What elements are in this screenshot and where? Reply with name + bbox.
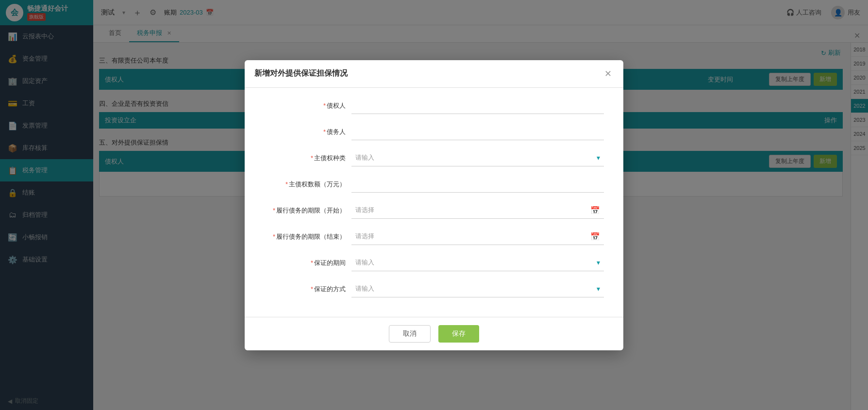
form-row-creditor: *债权人 — [264, 98, 604, 114]
chevron-down-icon: ▾ — [597, 154, 600, 162]
modal-close-icon[interactable]: ✕ — [602, 68, 614, 80]
required-marker: * — [323, 128, 326, 135]
form-row-claim-amount: *主债权数额（万元） — [264, 176, 604, 193]
claim-amount-input[interactable] — [351, 176, 604, 193]
chevron-down-icon: ▾ — [597, 285, 600, 293]
required-marker: * — [311, 259, 313, 266]
debtor-label: *债务人 — [264, 128, 351, 136]
guarantee-period-placeholder: 请输入 — [355, 258, 374, 267]
modal-overlay: 新增对外提供保证担保情况 ✕ *债权人 *债务人 *主债权种类 — [0, 0, 868, 410]
guarantee-period-select[interactable]: 请输入 ▾ — [351, 255, 604, 271]
modal-footer: 取消 保存 — [245, 317, 623, 350]
guarantee-method-placeholder: 请输入 — [355, 284, 374, 293]
required-marker: * — [273, 207, 275, 214]
claim-type-select[interactable]: 请输入 ▾ — [351, 150, 604, 166]
form-row-period-start: *履行债务的期限（开始） 请选择 📅 — [264, 202, 604, 219]
claim-amount-label: *主债权数额（万元） — [264, 180, 351, 189]
modal-title: 新增对外提供保证担保情况 — [254, 68, 348, 79]
required-marker: * — [285, 180, 288, 188]
form-row-period-end: *履行债务的期限（结束） 请选择 📅 — [264, 229, 604, 245]
claim-type-placeholder: 请输入 — [355, 153, 374, 162]
period-start-label: *履行债务的期限（开始） — [264, 206, 351, 215]
form-row-guarantee-period: *保证的期间 请输入 ▾ — [264, 255, 604, 271]
guarantee-method-label: *保证的方式 — [264, 285, 351, 294]
guarantee-period-label: *保证的期间 — [264, 259, 351, 267]
calendar-start-icon: 📅 — [590, 206, 600, 215]
creditor-input[interactable] — [351, 98, 604, 114]
cancel-button[interactable]: 取消 — [389, 325, 431, 343]
claim-type-label: *主债权种类 — [264, 154, 351, 163]
debtor-input[interactable] — [351, 124, 604, 140]
period-end-picker[interactable]: 请选择 📅 — [351, 229, 604, 245]
period-end-placeholder: 请选择 — [355, 232, 374, 241]
period-start-placeholder: 请选择 — [355, 206, 374, 214]
modal-body: *债权人 *债务人 *主债权种类 请输入 ▾ — [245, 88, 623, 317]
required-marker: * — [311, 285, 313, 293]
required-marker: * — [311, 154, 313, 162]
period-end-label: *履行债务的期限（结束） — [264, 232, 351, 241]
period-start-picker[interactable]: 请选择 📅 — [351, 202, 604, 219]
creditor-label: *债权人 — [264, 101, 351, 110]
required-marker: * — [273, 233, 275, 240]
calendar-end-icon: 📅 — [590, 232, 600, 241]
required-marker: * — [323, 102, 326, 109]
form-row-guarantee-method: *保证的方式 请输入 ▾ — [264, 281, 604, 297]
modal: 新增对外提供保证担保情况 ✕ *债权人 *债务人 *主债权种类 — [245, 60, 623, 350]
form-row-claim-type: *主债权种类 请输入 ▾ — [264, 150, 604, 166]
form-row-debtor: *债务人 — [264, 124, 604, 140]
guarantee-method-select[interactable]: 请输入 ▾ — [351, 281, 604, 297]
chevron-down-icon: ▾ — [597, 259, 600, 266]
modal-header: 新增对外提供保证担保情况 ✕ — [245, 60, 623, 88]
save-button[interactable]: 保存 — [438, 325, 479, 343]
